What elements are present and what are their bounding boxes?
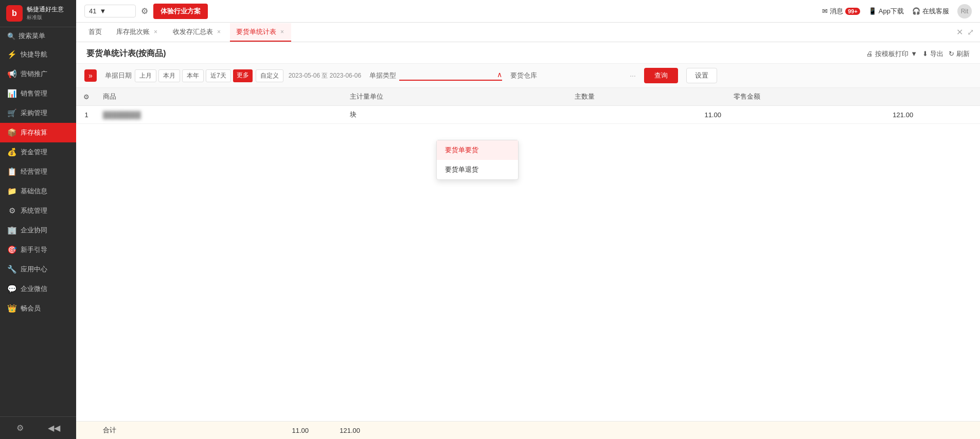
goods-name: ████████ bbox=[103, 111, 141, 119]
warehouse-filter-input[interactable] bbox=[540, 72, 627, 80]
quick-nav-icon: ⚡ bbox=[7, 50, 16, 59]
page-actions: 🖨 按模板打印 ▼ ⬇ 导出 ↻ 刷新 bbox=[866, 49, 970, 59]
sidebar-item-guide[interactable]: 🎯 新手引导 bbox=[0, 240, 76, 260]
sidebar-bottom: ⚙ ◀◀ bbox=[0, 416, 76, 439]
table-header-row: ⚙ 商品 主计量单位 主数量 零售金额 bbox=[76, 88, 980, 106]
sidebar-item-label: 库存核算 bbox=[21, 128, 47, 137]
query-btn[interactable]: 查询 bbox=[644, 68, 678, 83]
settings-btn[interactable]: 设置 bbox=[686, 68, 717, 83]
type-filter-group: 单据类型 ∧ bbox=[369, 70, 502, 81]
date-this-month-btn[interactable]: 本月 bbox=[158, 69, 180, 82]
operation-icon: 📋 bbox=[7, 167, 16, 176]
sidebar-item-appstore[interactable]: 🔧 应用中心 bbox=[0, 260, 76, 279]
td-goods: ████████ bbox=[97, 106, 344, 124]
tab-inventory-batch-close[interactable]: × bbox=[153, 28, 158, 35]
sidebar-item-system[interactable]: ⚙ 系统管理 bbox=[0, 201, 76, 221]
sidebar-item-quick-nav[interactable]: ⚡ 快捷导航 bbox=[0, 45, 76, 64]
chevron-down-icon: ▼ bbox=[99, 7, 106, 15]
sidebar-item-basic[interactable]: 📁 基础信息 bbox=[0, 181, 76, 201]
tab-inventory-batch[interactable]: 库存批次账 × bbox=[110, 23, 165, 42]
table-footer: 合计 11.00 121.00 bbox=[76, 421, 980, 439]
guide-icon: 🎯 bbox=[7, 245, 16, 254]
table-row: 1 ████████ 块 11.00 121.00 bbox=[76, 106, 980, 124]
topbar: 41 ▼ ⚙ 体验行业方案 ✉ 消息 99+ 📱 App下载 🎧 在线客服 Ri… bbox=[76, 0, 980, 23]
sidebar-item-operation[interactable]: 📋 经营管理 bbox=[0, 162, 76, 181]
sidebar-item-purchase[interactable]: 🛒 采购管理 bbox=[0, 103, 76, 123]
window-expand-btn[interactable]: ⤢ bbox=[967, 27, 974, 37]
sidebar-item-label: 营销推广 bbox=[21, 69, 47, 79]
dropdown-item-order-return[interactable]: 要货单退货 bbox=[437, 160, 518, 179]
export-btn[interactable]: ⬇ 导出 bbox=[922, 49, 943, 59]
date-more-badge[interactable]: 更多 bbox=[233, 69, 253, 82]
sidebar-item-label: 企业协同 bbox=[21, 226, 47, 235]
sidebar-settings-btn[interactable]: ⚙ bbox=[14, 421, 26, 435]
sidebar-item-marketing[interactable]: 📢 营销推广 bbox=[0, 64, 76, 84]
service-label: 在线客服 bbox=[922, 7, 949, 16]
page-content: 要货单统计表(按商品) 🖨 按模板打印 ▼ ⬇ 导出 ↻ 刷新 » bbox=[76, 42, 980, 439]
warehouse-more-icon[interactable]: ··· bbox=[630, 71, 636, 80]
store-number: 41 bbox=[89, 7, 96, 15]
sidebar-item-label: 销售管理 bbox=[21, 89, 47, 98]
date-filter-group: 单据日期 上月 本月 本年 近7天 更多 自定义 2023-05-06 至 20… bbox=[105, 69, 361, 82]
msg-btn[interactable]: ✉ 消息 99+ bbox=[822, 7, 860, 16]
sidebar-search[interactable]: 🔍 搜索菜单 bbox=[0, 27, 76, 45]
sidebar-item-sales[interactable]: 📊 销售管理 bbox=[0, 84, 76, 103]
sidebar-item-label: 快捷导航 bbox=[21, 50, 47, 59]
tab-receive-summary[interactable]: 收发存汇总表 × bbox=[167, 23, 228, 42]
refresh-label: 刷新 bbox=[956, 49, 970, 59]
date-last-month-btn[interactable]: 上月 bbox=[135, 69, 156, 82]
window-close-btn[interactable]: ✕ bbox=[956, 27, 963, 37]
refresh-btn[interactable]: ↻ 刷新 bbox=[949, 49, 970, 59]
store-selector[interactable]: 41 ▼ bbox=[84, 5, 136, 17]
date-this-year-btn[interactable]: 本年 bbox=[182, 69, 204, 82]
sidebar-item-label: 应用中心 bbox=[21, 265, 47, 274]
table-area: ⚙ 商品 主计量单位 主数量 零售金额 1 ████████ bbox=[76, 88, 980, 421]
date-custom-btn[interactable]: 自定义 bbox=[256, 69, 283, 82]
brand-sub: 标准版 bbox=[27, 14, 64, 21]
service-btn[interactable]: 🎧 在线客服 bbox=[912, 7, 949, 16]
date-range-display: 2023-05-06 至 2023-06-06 bbox=[289, 71, 361, 80]
td-num: 1 bbox=[76, 106, 97, 124]
dropdown-item-order-return-label: 要货单退货 bbox=[445, 166, 478, 173]
app-download-btn[interactable]: 📱 App下载 bbox=[868, 7, 904, 16]
template-arrow-icon: ▼ bbox=[911, 50, 917, 58]
enterprise-icon: 🏢 bbox=[7, 226, 16, 235]
sidebar-item-member[interactable]: 👑 畅会员 bbox=[0, 299, 76, 318]
app-logo-icon: b bbox=[6, 5, 23, 22]
date-recent-btn[interactable]: 近7天 bbox=[206, 69, 231, 82]
type-filter-arrow-icon[interactable]: ∧ bbox=[497, 70, 502, 79]
appstore-icon: 🔧 bbox=[7, 265, 16, 274]
tab-receive-summary-close[interactable]: × bbox=[216, 28, 222, 35]
type-filter-input[interactable] bbox=[399, 71, 495, 79]
sidebar-item-inventory[interactable]: 📦 库存核算 bbox=[0, 123, 76, 142]
tab-order-summary[interactable]: 要货单统计表 × bbox=[230, 23, 291, 42]
date-filter-label: 单据日期 bbox=[105, 71, 132, 80]
app-label: App下载 bbox=[879, 7, 904, 16]
dropdown-item-order-purchase[interactable]: 要货单要货 bbox=[437, 140, 518, 160]
headphone-icon: 🎧 bbox=[912, 7, 920, 15]
sidebar-item-wechat[interactable]: 💬 企业微信 bbox=[0, 279, 76, 299]
type-filter-wrapper[interactable]: ∧ bbox=[399, 70, 502, 81]
warehouse-filter-label: 要货仓库 bbox=[510, 71, 537, 80]
template-print-btn[interactable]: 🖨 按模板打印 ▼ bbox=[866, 49, 917, 59]
sidebar-item-finance[interactable]: 💰 资金管理 bbox=[0, 142, 76, 162]
trial-btn[interactable]: 体验行业方案 bbox=[153, 4, 208, 19]
sidebar-item-enterprise[interactable]: 🏢 企业协同 bbox=[0, 221, 76, 240]
topbar-gear-icon[interactable]: ⚙ bbox=[141, 6, 148, 16]
footer-amount: 121.00 bbox=[319, 427, 370, 434]
msg-label: 消息 bbox=[830, 7, 843, 16]
user-avatar[interactable]: Rit bbox=[957, 4, 972, 19]
tab-order-summary-close[interactable]: × bbox=[279, 28, 285, 35]
marketing-icon: 📢 bbox=[7, 69, 16, 79]
th-qty: 主数量 bbox=[568, 88, 727, 106]
msg-badge: 99+ bbox=[845, 8, 860, 15]
table-settings-icon[interactable]: ⚙ bbox=[83, 93, 90, 101]
tab-home[interactable]: 首页 bbox=[82, 23, 108, 42]
filter-expand-btn[interactable]: » bbox=[84, 69, 97, 82]
filter-bar: » 单据日期 上月 本月 本年 近7天 更多 自定义 2023-05-06 至 … bbox=[76, 63, 980, 88]
page-title: 要货单统计表(按商品) bbox=[86, 48, 166, 59]
wechat-icon: 💬 bbox=[7, 284, 16, 294]
sidebar-collapse-btn[interactable]: ◀◀ bbox=[46, 421, 62, 435]
tabs-bar: 首页 库存批次账 × 收发存汇总表 × 要货单统计表 × ✕ ⤢ bbox=[76, 23, 980, 42]
footer-total-label: 合计 bbox=[82, 426, 185, 435]
